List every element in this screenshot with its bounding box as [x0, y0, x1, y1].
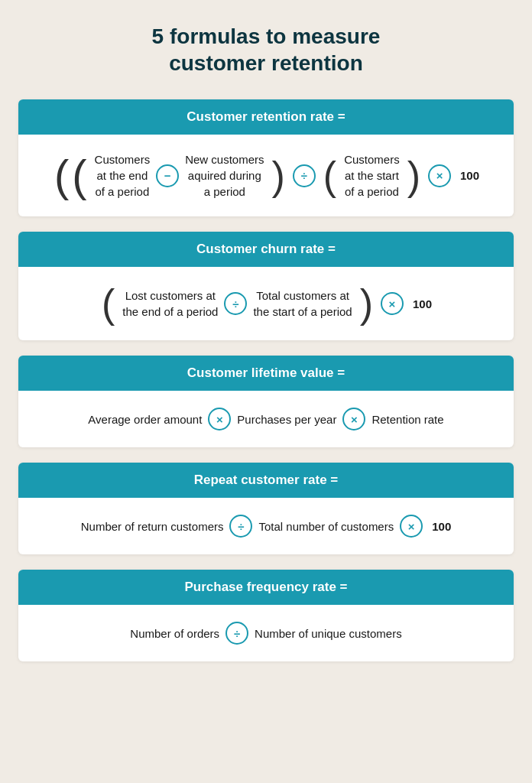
- churn-rate-body: ( Lost customers at the end of a period …: [18, 267, 514, 340]
- lifetime-value-header: Customer lifetime value =: [18, 356, 514, 391]
- lifetime-value-block: Customer lifetime value = Average order …: [18, 356, 514, 447]
- retention-rate-block: Customer retention rate = ( ( Customers …: [18, 99, 514, 216]
- close-paren-2: ): [407, 156, 420, 196]
- frequency-term1: Number of orders: [130, 625, 219, 642]
- repeat-rate-body: Number of return customers ÷ Total numbe…: [18, 498, 514, 554]
- churn-multiply: ×: [381, 292, 404, 315]
- churn-rate-block: Customer churn rate = ( Lost customers a…: [18, 232, 514, 340]
- retention-100: 100: [460, 169, 479, 182]
- retention-term3: Customers at the start of a period: [344, 151, 400, 200]
- frequency-rate-block: Purchase frequency rate = Number of orde…: [18, 570, 514, 661]
- page-title: 5 formulas to measure customer retention: [152, 23, 381, 76]
- retention-op2: ÷: [293, 164, 316, 187]
- frequency-op1: ÷: [225, 622, 248, 645]
- close-paren-1: ): [272, 156, 285, 196]
- repeat-100: 100: [432, 520, 451, 533]
- frequency-rate-header: Purchase frequency rate =: [18, 570, 514, 605]
- double-open-paren: ( (: [53, 154, 89, 198]
- lifetime-op1: ×: [208, 408, 231, 430]
- retention-op1: −: [156, 164, 179, 187]
- churn-100: 100: [413, 297, 432, 310]
- churn-op1: ÷: [224, 292, 247, 315]
- churn-close-paren: ): [360, 284, 373, 323]
- frequency-term2: Number of unique customers: [255, 625, 402, 642]
- lifetime-value-body: Average order amount × Purchases per yea…: [18, 391, 514, 447]
- lifetime-term2: Purchases per year: [237, 411, 336, 427]
- churn-term1: Lost customers at the end of a period: [122, 288, 218, 320]
- frequency-rate-body: Number of orders ÷ Number of unique cust…: [18, 605, 514, 661]
- repeat-rate-header: Repeat customer rate =: [18, 463, 514, 498]
- retention-multiply: ×: [428, 164, 451, 187]
- lifetime-op2: ×: [342, 408, 365, 430]
- churn-rate-header: Customer churn rate =: [18, 232, 514, 267]
- lifetime-term3: Retention rate: [371, 411, 443, 427]
- repeat-op1: ÷: [229, 515, 252, 538]
- repeat-term1: Number of return customers: [81, 518, 224, 534]
- open-paren-2: (: [323, 156, 336, 196]
- churn-term2: Total customers at the start of a period: [253, 288, 352, 320]
- repeat-rate-block: Repeat customer rate = Number of return …: [18, 463, 514, 554]
- retention-rate-body: ( ( Customers at the end of a period − N…: [18, 135, 514, 216]
- retention-term2: New customers aquired during a period: [185, 151, 264, 200]
- repeat-multiply: ×: [400, 515, 423, 538]
- retention-rate-header: Customer retention rate =: [18, 99, 514, 135]
- churn-open-paren: (: [102, 284, 115, 323]
- lifetime-term1: Average order amount: [88, 411, 202, 427]
- repeat-term2: Total number of customers: [258, 518, 394, 534]
- retention-term1: Customers at the end of a period: [95, 151, 151, 200]
